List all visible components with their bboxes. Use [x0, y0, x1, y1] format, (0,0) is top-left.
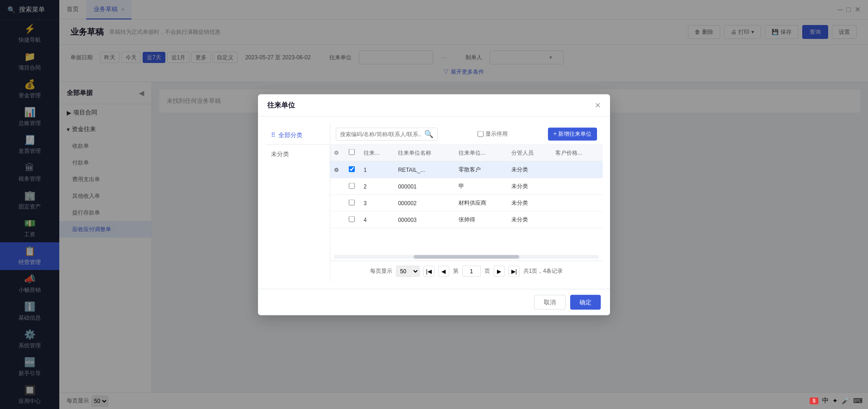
add-party-button[interactable]: + 新增往来单位	[548, 127, 597, 140]
table-scroll[interactable]: ⚙ 往来... 往来单位名称 往来单位... 分管人员 客户价格...	[330, 145, 603, 253]
cancel-button[interactable]: 取消	[534, 295, 566, 309]
row-settings: ⚙	[330, 161, 345, 178]
row-name: 材料供应商	[455, 195, 507, 211]
horizontal-scrollbar[interactable]	[334, 255, 599, 258]
table-row[interactable]: ⚙ 1 RETAIL_... 零散客户 未分类	[330, 161, 603, 178]
taskbar-icon-2: ✦	[832, 397, 838, 404]
row-category: 未分类	[508, 195, 552, 211]
per-page-label: 每页显示	[370, 267, 392, 275]
dialog-toolbar: 🔍 显示停用 + 新增往来单位	[330, 124, 603, 145]
category-all[interactable]: ⠿ 全部分类	[265, 127, 330, 142]
row-checkbox[interactable]	[345, 211, 360, 228]
page-label: 第	[453, 267, 459, 275]
show-disabled-checkbox[interactable]	[478, 131, 484, 137]
dialog-split: ⠿ 全部分类 未分类 🔍 显示停用	[265, 124, 603, 281]
brand-logo: S	[810, 397, 818, 404]
party-search-input[interactable]	[340, 131, 421, 137]
row-name: 甲	[455, 178, 507, 195]
row-num: 2	[360, 178, 394, 195]
col-category: 往来单位...	[455, 145, 507, 161]
page-number-input[interactable]	[462, 265, 481, 277]
row-checkbox[interactable]	[345, 195, 360, 211]
row-category: 未分类	[508, 211, 552, 228]
row-code: 000001	[394, 178, 455, 195]
dialog-header: 往来单位 ✕	[258, 94, 610, 116]
row-manager	[552, 195, 603, 211]
row-code: 000003	[394, 211, 455, 228]
table-row[interactable]: 3 000002 材料供应商 未分类	[330, 195, 603, 211]
row-settings	[330, 178, 345, 195]
page-suffix: 页	[484, 267, 490, 275]
col-settings: ⚙	[330, 145, 345, 161]
party-table: ⚙ 往来... 往来单位名称 往来单位... 分管人员 客户价格...	[330, 145, 603, 228]
category-uncategorized[interactable]: 未分类	[265, 146, 330, 161]
table-row[interactable]: 4 000003 张帅得 未分类	[330, 211, 603, 228]
row-checkbox[interactable]	[345, 161, 360, 178]
taskbar-icon-1: 中	[822, 396, 829, 405]
col-manager: 分管人员	[508, 145, 552, 161]
row-settings	[330, 195, 345, 211]
taskbar-icons: S 中 ✦ 🎤 ⌨	[804, 392, 868, 409]
grid-icon: ⠿	[271, 132, 276, 138]
row-code: 000002	[394, 195, 455, 211]
prev-page-button[interactable]: ◀	[438, 265, 449, 277]
col-code: 往来...	[360, 145, 394, 161]
dialog-body: ⠿ 全部分类 未分类 🔍 显示停用	[258, 116, 610, 289]
table-row[interactable]: 2 000001 甲 未分类	[330, 178, 603, 195]
dialog-close-icon[interactable]: ✕	[595, 101, 601, 109]
next-page-button[interactable]: ▶	[494, 265, 505, 277]
total-info: 共1页，4条记录	[523, 267, 563, 275]
col-name: 往来单位名称	[394, 145, 455, 161]
col-price: 客户价格...	[552, 145, 603, 161]
row-manager	[552, 178, 603, 195]
row-checkbox[interactable]	[345, 178, 360, 195]
per-page-select[interactable]: 50 100	[396, 265, 420, 277]
row-num: 1	[360, 161, 394, 178]
row-num: 4	[360, 211, 394, 228]
row-code: RETAIL_...	[394, 161, 455, 178]
scrollbar-thumb	[414, 255, 520, 258]
row-manager	[552, 161, 603, 178]
last-page-button[interactable]: ▶|	[509, 265, 520, 277]
row-name: 张帅得	[455, 211, 507, 228]
first-page-button[interactable]: |◀	[423, 265, 434, 277]
show-disabled-toggle[interactable]: 显示停用	[478, 130, 508, 138]
party-search-box: 🔍	[336, 127, 438, 140]
confirm-button[interactable]: 确定	[570, 295, 601, 309]
table-panel: 🔍 显示停用 + 新增往来单位 ⚙ 往来...	[330, 124, 603, 281]
taskbar-icon-3: 🎤	[842, 397, 849, 404]
table-header-row: ⚙ 往来... 往来单位名称 往来单位... 分管人员 客户价格...	[330, 145, 603, 161]
row-category: 未分类	[508, 178, 552, 195]
row-num: 3	[360, 195, 394, 211]
party-dialog: 往来单位 ✕ ⠿ 全部分类 未分类 🔍	[258, 94, 610, 315]
row-manager	[552, 211, 603, 228]
search-icon: 🔍	[424, 130, 434, 138]
dialog-footer: 取消 确定	[258, 289, 610, 315]
dialog-title: 往来单位	[267, 101, 295, 109]
row-name: 零散客户	[455, 161, 507, 178]
row-category: 未分类	[508, 161, 552, 178]
row-settings	[330, 211, 345, 228]
select-all-checkbox[interactable]	[349, 149, 355, 155]
col-checkbox	[345, 145, 360, 161]
taskbar-icon-4: ⌨	[853, 397, 862, 404]
pagination: 每页显示 50 100 |◀ ◀ 第 页 ▶ ▶| 共1页，4条记录	[330, 260, 603, 281]
category-panel: ⠿ 全部分类 未分类	[265, 124, 330, 281]
